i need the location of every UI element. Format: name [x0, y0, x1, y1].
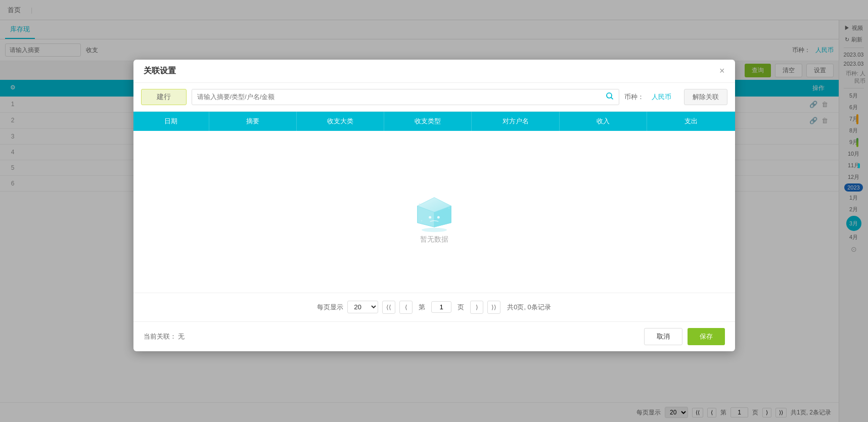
svg-point-9: [419, 203, 420, 204]
bank-tag: 建行: [141, 88, 187, 105]
svg-point-7: [429, 216, 431, 218]
svg-line-1: [611, 97, 612, 99]
current-link-info: 当前关联： 无: [144, 332, 185, 341]
currency-label: 币种：: [624, 92, 644, 101]
col-income: 收入: [560, 111, 647, 130]
dialog-title: 关联设置: [144, 65, 176, 76]
empty-text: 暂无数据: [420, 235, 448, 244]
col-date: 日期: [133, 111, 209, 130]
svg-point-8: [437, 216, 439, 218]
pagination-bar: 每页显示 20 50 100 ⟨⟨ ⟨ 第 页 ⟩ ⟩⟩ 共0页, 0条记录: [133, 292, 735, 321]
current-link-value: 无: [178, 332, 185, 340]
col-summary: 摘要: [209, 111, 297, 130]
dialog-footer: 当前关联： 无 取消 保存: [133, 321, 735, 351]
cancel-button[interactable]: 取消: [644, 327, 682, 345]
svg-point-11: [421, 220, 422, 221]
table-header: 日期 摘要 收支大类 收支类型 对方户名 收入 支出: [133, 111, 735, 130]
current-link-label: 当前关联：: [144, 332, 176, 340]
dialog-header: 关联设置 ×: [133, 59, 735, 82]
page-size-label: 每页显示: [317, 302, 343, 311]
save-button[interactable]: 保存: [688, 327, 725, 345]
svg-point-10: [448, 207, 449, 209]
unlink-button[interactable]: 解除关联: [684, 88, 727, 105]
dialog-close-button[interactable]: ×: [719, 66, 725, 75]
svg-point-2: [422, 227, 447, 231]
col-income-expense-cat: 收支大类: [297, 111, 384, 130]
search-button[interactable]: [606, 91, 614, 102]
total-info: 共0页, 0条记录: [507, 302, 551, 311]
col-counterpart-name: 对方户名: [472, 111, 559, 130]
last-page-btn[interactable]: ⟩⟩: [487, 300, 500, 313]
page-number-input[interactable]: [431, 301, 451, 313]
col-expense: 支出: [647, 111, 735, 130]
first-page-btn[interactable]: ⟨⟨: [382, 300, 395, 313]
next-page-btn[interactable]: ⟩: [470, 300, 483, 313]
col-income-expense-type: 收支类型: [384, 111, 472, 130]
search-bar: 建行 币种： 人民币 解除关联: [133, 82, 735, 111]
page-suffix: 页: [458, 302, 464, 311]
page-prefix: 第: [419, 302, 425, 311]
dialog-body: 建行 币种： 人民币 解除关联 日期 摘要 收支大类 收支类型 对方户名 收入: [133, 82, 735, 321]
empty-illustration: [409, 189, 460, 235]
search-input-wrap: [192, 88, 619, 105]
empty-state: 暂无数据: [133, 130, 735, 292]
prev-page-btn[interactable]: ⟨: [399, 300, 413, 313]
footer-buttons: 取消 保存: [644, 327, 725, 345]
currency-value: 人民币: [652, 92, 671, 101]
search-input[interactable]: [197, 93, 602, 101]
page-size-select[interactable]: 20 50 100: [347, 301, 378, 313]
association-settings-dialog: 关联设置 × 建行 币种： 人民币 解除关联 日期 摘要: [133, 59, 735, 351]
